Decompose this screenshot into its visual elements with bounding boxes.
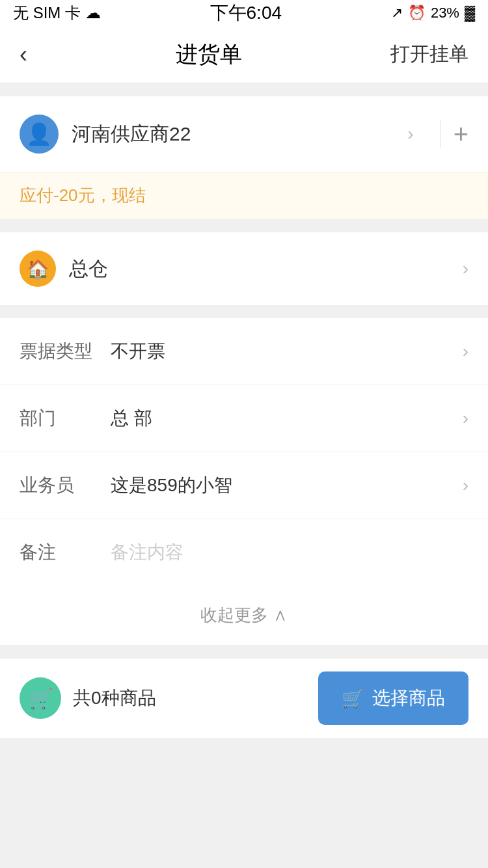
form-section: 票据类型 不开票 › 部门 总 部 › 业务员 这是859的小智 › 备注 备注… — [0, 318, 488, 586]
form-chevron-salesperson: › — [463, 475, 468, 496]
sim-label: 无 SIM 卡 ☁ — [13, 3, 101, 23]
section-gap-1 — [0, 83, 488, 96]
location-icon: ↗ — [391, 5, 403, 21]
collapse-row[interactable]: 收起更多 ∧ — [0, 586, 488, 645]
alarm-icon: ⏰ — [408, 5, 426, 21]
supplier-divider — [440, 120, 441, 148]
form-chevron-department: › — [463, 408, 468, 429]
warehouse-section: 🏠 总仓 › — [0, 232, 488, 305]
page-background — [0, 738, 488, 868]
supplier-name: 河南供应商22 — [72, 121, 407, 148]
warehouse-chevron-icon: › — [463, 258, 468, 279]
status-left: 无 SIM 卡 ☁ — [13, 3, 101, 23]
select-label: 选择商品 — [372, 686, 445, 711]
notice-bar: 应付-20元，现结 — [0, 172, 488, 219]
battery-icon: ▓ — [465, 5, 475, 21]
form-row-salesperson[interactable]: 业务员 这是859的小智 › — [0, 452, 488, 519]
supplier-add-button[interactable]: + — [454, 120, 468, 149]
status-time: 下午6:04 — [210, 1, 282, 25]
supplier-row[interactable]: 👤 河南供应商22 › + — [0, 96, 488, 172]
collapse-label: 收起更多 ∧ — [200, 604, 287, 627]
form-row-invoice[interactable]: 票据类型 不开票 › — [0, 318, 488, 385]
form-label-salesperson: 业务员 — [20, 473, 98, 498]
warehouse-name: 总仓 — [69, 256, 463, 282]
back-button[interactable]: ‹ — [20, 41, 27, 68]
supplier-section: 👤 河南供应商22 › + 应付-20元，现结 — [0, 96, 488, 219]
product-count-left: 🛒 共0种商品 — [20, 677, 156, 719]
open-pending-button[interactable]: 打开挂单 — [390, 41, 468, 68]
form-placeholder-note[interactable]: 备注内容 — [98, 540, 468, 565]
section-gap-4 — [0, 645, 488, 658]
form-value-department: 总 部 — [98, 406, 463, 431]
notice-text: 应付-20元，现结 — [20, 185, 146, 205]
section-gap-3 — [0, 305, 488, 318]
warehouse-row[interactable]: 🏠 总仓 › — [0, 232, 488, 305]
status-right: ↗ ⏰ 23% ▓ — [391, 5, 475, 21]
select-icon: 🛒 — [342, 688, 364, 709]
form-chevron-invoice: › — [463, 341, 468, 362]
bottom-bar: 🛒 共0种商品 🛒 选择商品 — [0, 658, 488, 738]
warehouse-icon: 🏠 — [27, 258, 49, 280]
nav-bar: ‹ 进货单 打开挂单 — [0, 26, 488, 83]
battery-label: 23% — [431, 5, 459, 21]
status-bar: 无 SIM 卡 ☁ 下午6:04 ↗ ⏰ 23% ▓ — [0, 0, 488, 26]
form-label-department: 部门 — [20, 406, 98, 431]
form-value-invoice: 不开票 — [98, 339, 463, 364]
product-count-icon: 🛒 — [20, 677, 61, 719]
form-label-invoice: 票据类型 — [20, 339, 98, 364]
section-gap-2 — [0, 219, 488, 232]
avatar-icon: 👤 — [26, 122, 52, 146]
select-product-button[interactable]: 🛒 选择商品 — [318, 671, 468, 725]
supplier-avatar: 👤 — [20, 115, 59, 154]
form-row-note[interactable]: 备注 备注内容 — [0, 519, 488, 586]
cart-icon: 🛒 — [29, 687, 53, 710]
product-count-text: 共0种商品 — [73, 686, 156, 711]
form-row-department[interactable]: 部门 总 部 › — [0, 385, 488, 452]
warehouse-icon-wrap: 🏠 — [20, 251, 56, 287]
form-value-salesperson: 这是859的小智 — [98, 473, 463, 498]
form-label-note: 备注 — [20, 540, 98, 565]
supplier-chevron-icon: › — [407, 124, 413, 144]
page-title: 进货单 — [176, 40, 242, 70]
